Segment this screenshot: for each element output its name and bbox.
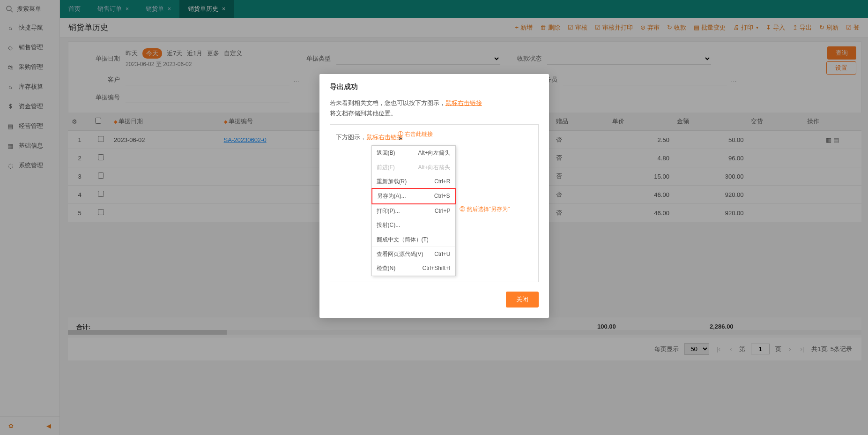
modal-hint-prefix: 下方图示， <box>336 132 366 142</box>
modal-body: 若未看到相关文档，您也可以按下方图示，鼠标右击链接 将文档存储到其他位置。 ① … <box>319 96 549 292</box>
modal-note-2: ② 然后选择"另存为" <box>460 204 510 214</box>
context-menu-item: 返回(B)Alt+向左箭头 <box>372 146 455 160</box>
modal-instruction-image: ① 右击此链接 下方图示，鼠标右击链接 ➤ 返回(B)Alt+向左箭头前进(F)… <box>330 124 539 282</box>
context-menu-item: 翻成中文（简体）(T) <box>372 232 455 247</box>
export-success-modal: 导出成功 若未看到相关文档，您也可以按下方图示，鼠标右击链接 将文档存储到其他位… <box>319 74 549 318</box>
context-menu-item: 查看网页源代码(V)Ctrl+U <box>372 247 455 261</box>
context-menu-item: 另存为(A)...Ctrl+S <box>371 188 456 204</box>
modal-footer: 关闭 <box>319 292 549 318</box>
cursor-icon: ➤ <box>398 134 402 143</box>
modal-overlay: 导出成功 若未看到相关文档，您也可以按下方图示，鼠标右击链接 将文档存储到其他位… <box>0 0 868 435</box>
context-menu-example: 返回(B)Alt+向左箭头前进(F)Alt+向右箭头重新加载(R)Ctrl+R另… <box>371 145 456 276</box>
modal-text-1a: 若未看到相关文档，您也可以按下方图示， <box>330 99 445 106</box>
modal-close-button[interactable]: 关闭 <box>506 292 539 308</box>
context-menu-item: 检查(N)Ctrl+Shift+I <box>372 261 455 275</box>
context-menu-item: 投射(C)... <box>372 218 455 232</box>
modal-text-2: 将文档存储到其他位置。 <box>330 108 539 119</box>
context-menu-item: 前进(F)Alt+向右箭头 <box>372 160 455 174</box>
context-menu-item: 重新加载(R)Ctrl+R <box>372 174 455 188</box>
modal-rightclick-link[interactable]: 鼠标右击链接 <box>445 99 482 106</box>
context-menu-item: 打印(P)...Ctrl+P <box>372 204 455 218</box>
modal-note-1: ① 右击此链接 <box>398 129 433 139</box>
modal-title: 导出成功 <box>319 74 549 96</box>
